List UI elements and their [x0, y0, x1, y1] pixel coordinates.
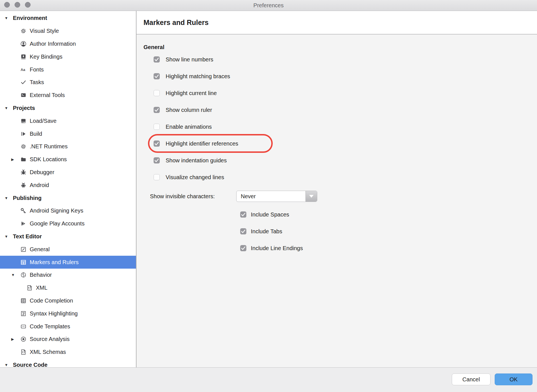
main-panel: Markers and Rulers General Show line num…	[136, 11, 537, 367]
sidebar-item-label: Syntax Highlighting	[30, 310, 78, 317]
ok-button[interactable]: OK	[495, 373, 533, 385]
sidebar-item-label: Source Analysis	[30, 336, 70, 342]
cancel-button[interactable]: Cancel	[452, 373, 490, 385]
sidebar-item-key-bindings[interactable]: Key Bindings	[0, 50, 136, 63]
triangle-collapsed-icon[interactable]: ▶	[11, 157, 20, 162]
sidebar-item-markers-and-rulers[interactable]: Markers and Rulers	[0, 256, 136, 269]
sidebar-item-label: XML Schemas	[30, 349, 66, 355]
sidebar-item-text-editor[interactable]: ▼Text Editor	[0, 230, 136, 243]
author-icon	[20, 41, 27, 47]
sidebar-item-debugger[interactable]: Debugger	[0, 166, 136, 179]
checkbox-row-highlight-matching-braces: Highlight matching braces	[154, 73, 238, 79]
checkbox-row-show-indentation-guides: Show indentation guides	[154, 157, 238, 163]
sidebar-item-projects[interactable]: ▼Projects	[0, 102, 136, 115]
key-bindings-icon	[20, 54, 27, 60]
syntax-highlighting-icon	[20, 310, 27, 317]
checkbox-label: Highlight identifier references	[166, 140, 238, 147]
checkbox-label: Include Tabs	[251, 228, 282, 235]
checkbox-row-visualize-changed-lines: Visualize changed lines	[154, 174, 238, 180]
sidebar-item-general[interactable]: General	[0, 243, 136, 256]
checkbox-label: Highlight current line	[166, 90, 217, 96]
sidebar-item-tasks[interactable]: Tasks	[0, 76, 136, 89]
sidebar-item-author-information[interactable]: Author Information	[0, 38, 136, 50]
sidebar-item-load-save[interactable]: Load/Save	[0, 114, 136, 127]
sidebar-item-label: Projects	[13, 105, 35, 111]
checkbox-label: Highlight matching braces	[166, 73, 230, 80]
google-play-icon	[20, 220, 27, 227]
sidebar-item-code-templates[interactable]: Code Templates	[0, 320, 136, 333]
sidebar-item-source-analysis[interactable]: ▶Source Analysis	[0, 333, 136, 346]
xml-icon	[26, 285, 33, 291]
sidebar-item-label: Markers and Rulers	[30, 259, 79, 266]
sidebar-item-label: Tasks	[30, 79, 44, 86]
visualize-changed-lines-checkbox[interactable]	[154, 174, 160, 180]
sidebar-item-code-completion[interactable]: Code Completion	[0, 294, 136, 307]
sidebar-item-visual-style[interactable]: Visual Style	[0, 25, 136, 38]
sidebar-item-syntax-highlighting[interactable]: Syntax Highlighting	[0, 307, 136, 320]
close-button[interactable]	[4, 2, 10, 8]
triangle-collapsed-icon[interactable]: ▶	[11, 337, 20, 341]
include-line-endings-checkbox[interactable]	[240, 245, 246, 251]
triangle-expanded-icon[interactable]: ▼	[4, 196, 13, 200]
checkbox-row-highlight-identifier-references: Highlight identifier references	[154, 140, 238, 147]
triangle-expanded-icon[interactable]: ▼	[4, 106, 13, 110]
sidebar-item-label: Code Templates	[30, 323, 70, 330]
show-column-ruler-checkbox[interactable]	[154, 107, 160, 113]
triangle-expanded-icon[interactable]: ▼	[4, 363, 13, 367]
sidebar-item-label: Author Information	[30, 41, 76, 47]
checkbox-label: Visualize changed lines	[166, 174, 224, 181]
sidebar-item-label: XML	[36, 285, 47, 291]
minimize-button[interactable]	[15, 2, 20, 8]
triangle-expanded-icon[interactable]: ▼	[11, 273, 20, 277]
xml-schemas-icon	[20, 349, 27, 355]
sidebar-item-label: Fonts	[30, 66, 44, 73]
debugger-icon	[20, 169, 27, 176]
sidebar-item-fonts[interactable]: AaFonts	[0, 63, 136, 76]
highlight-current-line-checkbox[interactable]	[154, 90, 160, 96]
include-spaces-checkbox[interactable]	[240, 211, 246, 218]
sidebar-item-label: Environment	[13, 15, 47, 21]
sidebar-item-label: Build	[30, 131, 42, 137]
zoom-button[interactable]	[25, 2, 31, 8]
triangle-expanded-icon[interactable]: ▼	[4, 234, 13, 239]
window-title: Preferences	[0, 0, 537, 11]
sidebar-item-sdk-locations[interactable]: ▶SDK Locations	[0, 153, 136, 166]
checkbox-label: Show indentation guides	[166, 157, 227, 164]
sidebar-item-label: General	[30, 246, 50, 253]
checkbox-row-show-column-ruler: Show column ruler	[154, 107, 238, 113]
sidebar-item-net-runtimes[interactable]: .NET Runtimes	[0, 140, 136, 153]
sidebar-item-label: Text Editor	[13, 233, 42, 240]
sidebar-item-external-tools[interactable]: External Tools	[0, 89, 136, 102]
checkbox-row-highlight-current-line: Highlight current line	[154, 90, 238, 96]
sidebar-item-google-play-accounts[interactable]: Google Play Accounts	[0, 217, 136, 230]
svg-text:Aa: Aa	[20, 67, 25, 72]
sidebar-item-source-code[interactable]: ▼Source Code	[0, 359, 136, 367]
show-line-numbers-checkbox[interactable]	[154, 56, 160, 63]
general-options-list: Show line numbersHighlight matching brac…	[154, 56, 238, 191]
sidebar-item-environment[interactable]: ▼Environment	[0, 12, 136, 25]
dialog-button-bar: Cancel OK	[0, 367, 537, 392]
show-invisible-characters-select[interactable]: Never	[236, 191, 317, 202]
sidebar-item-label: Source Code	[13, 362, 47, 367]
show-indentation-guides-checkbox[interactable]	[154, 157, 160, 163]
triangle-expanded-icon[interactable]: ▼	[4, 16, 13, 20]
pencil-square-icon	[20, 246, 27, 253]
chevron-down-icon[interactable]	[305, 191, 317, 202]
sidebar-item-android[interactable]: Android	[0, 179, 136, 192]
highlight-identifier-references-checkbox[interactable]	[154, 140, 160, 147]
sidebar-item-xml[interactable]: XML	[0, 282, 136, 294]
sidebar-item-label: Debugger	[30, 169, 54, 176]
panel-header: Markers and Rulers	[136, 11, 537, 34]
external-tools-icon	[20, 92, 27, 98]
sidebar-item-behavior[interactable]: ▼Behavior	[0, 269, 136, 282]
sidebar-item-publishing[interactable]: ▼Publishing	[0, 192, 136, 204]
enable-animations-checkbox[interactable]	[154, 124, 160, 130]
section-heading: General	[143, 43, 164, 51]
sidebar-item-build[interactable]: Build	[0, 127, 136, 140]
source-analysis-icon	[20, 336, 27, 342]
sidebar-item-android-signing-keys[interactable]: Android Signing Keys	[0, 204, 136, 217]
gear-icon	[20, 28, 27, 34]
sidebar-item-xml-schemas[interactable]: XML Schemas	[0, 346, 136, 359]
highlight-matching-braces-checkbox[interactable]	[154, 73, 160, 79]
include-tabs-checkbox[interactable]	[240, 228, 246, 234]
